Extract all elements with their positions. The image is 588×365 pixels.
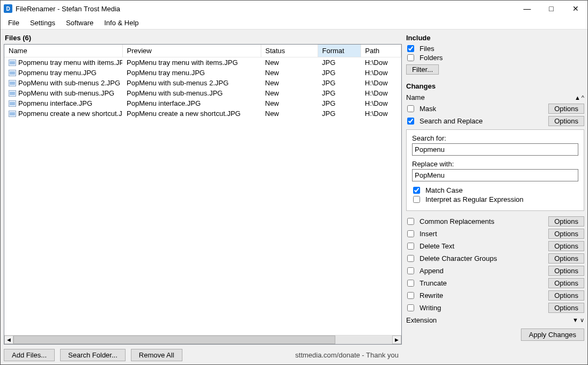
- include-folders-row[interactable]: Folders: [406, 53, 584, 62]
- extension-arrows: ▼ ∨: [572, 317, 584, 324]
- regex-row[interactable]: Interpret as Regular Expression: [412, 195, 578, 204]
- remove-all-button[interactable]: Remove All: [131, 349, 182, 361]
- search-replace-checkbox[interactable]: [407, 118, 414, 125]
- app-window: D FileRenamer - Stefan Trost Media ― □ ✕…: [0, 0, 588, 365]
- table-row[interactable]: PopMenu with sub-menus 2.JPGPopMenu with…: [4, 78, 401, 88]
- rewrite-options-button[interactable]: Options: [548, 290, 584, 301]
- col-preview[interactable]: Preview: [122, 45, 261, 57]
- horizontal-scrollbar[interactable]: ◀ ▶: [4, 335, 401, 344]
- truncate-options-button[interactable]: Options: [548, 278, 584, 288]
- table-row[interactable]: Popmenu tray menu.JPGPopMenu tray menu.J…: [4, 68, 401, 78]
- changes-heading: Changes: [406, 81, 584, 92]
- mask-label: Mask: [420, 105, 436, 113]
- search-replace-label: Search and Replace: [420, 117, 483, 125]
- include-folders-checkbox[interactable]: [407, 54, 414, 61]
- delete-text-options-button[interactable]: Options: [548, 241, 584, 251]
- insert-options-button[interactable]: Options: [548, 229, 584, 239]
- scroll-thumb[interactable]: [13, 335, 335, 344]
- include-files-checkbox[interactable]: [407, 45, 414, 52]
- rewrite-row[interactable]: Rewrite: [406, 291, 443, 300]
- apply-changes-button[interactable]: Apply Changes: [521, 328, 584, 341]
- search-for-input[interactable]: [412, 143, 578, 156]
- col-name[interactable]: Name: [4, 45, 122, 57]
- image-file-icon: [9, 111, 16, 117]
- name-section-label: Name: [406, 93, 425, 101]
- col-status[interactable]: Status: [261, 45, 318, 57]
- delete-character-groups-row[interactable]: Delete Character Groups: [406, 254, 497, 263]
- file-table: Name Preview Status Format Path Popmenu …: [4, 45, 401, 119]
- delete-text-row[interactable]: Delete Text: [406, 242, 454, 251]
- include-folders-label: Folders: [420, 54, 443, 62]
- files-heading: Files (6): [4, 33, 402, 44]
- truncate-row[interactable]: Truncate: [406, 279, 447, 288]
- close-button[interactable]: ✕: [563, 1, 587, 17]
- rewrite-checkbox[interactable]: [407, 292, 414, 299]
- common-replacements-row[interactable]: Common Replacements: [406, 217, 494, 226]
- file-action-buttons: Add Files... Search Folder... Remove All…: [4, 345, 402, 361]
- common-replacements-checkbox[interactable]: [407, 218, 414, 225]
- menubar: File Settings Software Info & Help: [1, 17, 587, 30]
- filter-button[interactable]: Filter...: [406, 64, 439, 75]
- writing-row[interactable]: Writing: [406, 303, 441, 312]
- rewrite-label: Rewrite: [420, 291, 443, 300]
- col-format[interactable]: Format: [318, 45, 361, 57]
- regex-checkbox[interactable]: [413, 196, 420, 203]
- include-files-label: Files: [420, 45, 434, 53]
- settings-pane: Include Files Folders Filter... Changes …: [406, 33, 584, 361]
- triangle-down-icon[interactable]: ▼: [572, 317, 578, 323]
- common-replacements-options-button[interactable]: Options: [548, 216, 584, 227]
- mask-checkbox[interactable]: [407, 105, 414, 112]
- append-options-button[interactable]: Options: [548, 266, 584, 276]
- menu-info[interactable]: Info & Help: [99, 17, 144, 28]
- scroll-right-arrow[interactable]: ▶: [392, 335, 401, 344]
- file-table-container: Name Preview Status Format Path Popmenu …: [4, 44, 402, 345]
- append-row[interactable]: Append: [406, 266, 444, 275]
- append-label: Append: [420, 267, 444, 275]
- table-row[interactable]: Popmenu create a new shortcut.JPGPopMenu…: [4, 108, 401, 119]
- replace-with-input[interactable]: [412, 169, 578, 181]
- mask-row[interactable]: Mask: [406, 104, 436, 113]
- writing-options-button[interactable]: Options: [548, 303, 584, 313]
- include-heading: Include: [406, 33, 584, 44]
- append-checkbox[interactable]: [407, 267, 414, 274]
- menu-software[interactable]: Software: [61, 17, 99, 28]
- delete-text-checkbox[interactable]: [407, 243, 414, 250]
- scroll-left-arrow[interactable]: ◀: [4, 335, 13, 344]
- table-row[interactable]: PopMenu with sub-menus.JPGPopMenu with s…: [4, 88, 401, 98]
- titlebar: D FileRenamer - Stefan Trost Media ― □ ✕: [1, 1, 587, 17]
- insert-row[interactable]: Insert: [406, 229, 437, 238]
- writing-checkbox[interactable]: [407, 304, 414, 311]
- truncate-checkbox[interactable]: [407, 280, 414, 287]
- minimize-button[interactable]: ―: [515, 1, 539, 17]
- extension-section-header[interactable]: Extension ▼ ∨: [406, 314, 584, 324]
- name-section-header[interactable]: Name ▲ ^: [406, 92, 584, 103]
- mask-options-button[interactable]: Options: [548, 104, 584, 114]
- replace-with-label: Replace with:: [412, 160, 578, 169]
- match-case-checkbox[interactable]: [413, 187, 420, 194]
- search-replace-row[interactable]: Search and Replace: [406, 116, 483, 126]
- insert-label: Insert: [420, 230, 437, 238]
- menu-file[interactable]: File: [3, 17, 25, 28]
- regex-label: Interpret as Regular Expression: [425, 195, 524, 203]
- delete-character-groups-options-button[interactable]: Options: [548, 253, 584, 264]
- window-title: FileRenamer - Stefan Trost Media: [16, 5, 120, 13]
- chevron-up-icon[interactable]: ^: [582, 94, 584, 101]
- search-replace-options-button[interactable]: Options: [548, 116, 584, 126]
- menu-settings[interactable]: Settings: [25, 17, 61, 28]
- include-files-row[interactable]: Files: [406, 44, 584, 53]
- chevron-down-icon[interactable]: ∨: [580, 317, 584, 323]
- col-path[interactable]: Path: [361, 45, 401, 57]
- match-case-label: Match Case: [425, 186, 462, 194]
- add-files-button[interactable]: Add Files...: [4, 349, 55, 361]
- insert-checkbox[interactable]: [407, 230, 414, 237]
- maximize-button[interactable]: □: [539, 1, 563, 17]
- triangle-up-icon[interactable]: ▲: [575, 94, 580, 101]
- table-row[interactable]: Popmenu interface.JPGPopMenu interface.J…: [4, 98, 401, 108]
- match-case-row[interactable]: Match Case: [412, 186, 578, 195]
- common-replacements-label: Common Replacements: [420, 217, 494, 225]
- delete-character-groups-checkbox[interactable]: [407, 255, 414, 262]
- file-table-header-row: Name Preview Status Format Path: [4, 45, 401, 57]
- extension-label: Extension: [406, 316, 437, 324]
- table-row[interactable]: Popmenu tray menu with items.JPGPopMenu …: [4, 57, 401, 68]
- search-folder-button[interactable]: Search Folder...: [60, 349, 126, 361]
